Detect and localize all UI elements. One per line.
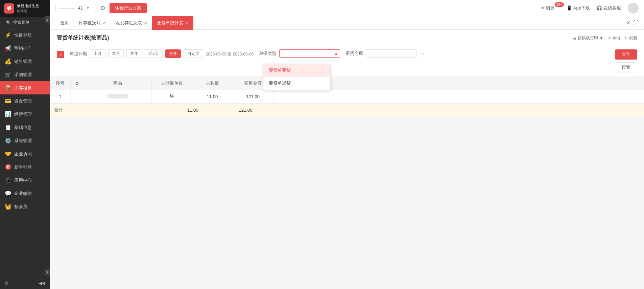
- sidebar-item-label: 系统管理: [14, 138, 45, 144]
- refresh-action[interactable]: ↻ 刷新: [624, 35, 637, 41]
- settings-bottom-icon: ⚙: [5, 281, 9, 286]
- more-btn[interactable]: 更多: [165, 49, 181, 58]
- table-footer: 合计 11.00 121.00: [50, 103, 644, 116]
- online-service-item[interactable]: 🎧 在线客服: [597, 5, 621, 11]
- tab-receivable-summary[interactable]: 收发存汇总表 ✕: [111, 16, 152, 30]
- sidebar-search[interactable]: 🔍 搜索菜单: [0, 17, 50, 28]
- tab-requisition-stats[interactable]: 要货单统计表 ✕: [152, 16, 193, 30]
- cell-extra: [273, 90, 644, 103]
- phone-icon: 📱: [567, 5, 572, 10]
- sidebar-item-quick-nav[interactable]: ⚡ 快捷导航: [0, 28, 50, 42]
- this-year-btn[interactable]: 本年: [126, 49, 142, 58]
- this-month-btn[interactable]: 本月: [108, 49, 124, 58]
- tab-batch-account-label: 库存批次账: [79, 20, 101, 26]
- dropdown-item-requisition-order[interactable]: 要货单要货: [263, 64, 330, 77]
- print-action[interactable]: 🖨 按模板打印 ▼: [572, 35, 603, 41]
- sidebar-item-enterprise[interactable]: 🤝 企业协同: [0, 147, 50, 160]
- col-quantity: 主数量: [192, 77, 233, 90]
- tab-close-all-icon[interactable]: ✕: [626, 20, 630, 26]
- export-action[interactable]: ↗ 导出: [607, 35, 620, 41]
- dropdown-arrow-icon: ▼: [86, 5, 90, 10]
- sidebar-item-appstore[interactable]: 📱 应用中心: [0, 174, 50, 187]
- sidebar-item-label: 新手引导: [14, 164, 45, 170]
- cell-product: [84, 90, 151, 103]
- logo-title: 畅捷通好生意: [17, 3, 39, 8]
- search-icon: 🔍: [6, 20, 11, 25]
- col-product: 商品: [84, 77, 151, 90]
- filter-actions: 查询 设置: [615, 49, 637, 72]
- date-range-buttons: 上月 本月 本年 近7天 更多 自定义: [90, 49, 203, 58]
- topbar-left: ———— 41 ▼ ⚙ 体验行业方案: [55, 3, 147, 13]
- sidebar-item-inventory[interactable]: 📦 库存核算: [0, 81, 50, 94]
- query-button[interactable]: 查询: [615, 49, 637, 60]
- messages-item[interactable]: ✉ 消息 99+: [541, 5, 560, 11]
- sidebar-item-member[interactable]: 👑 畅会员: [0, 200, 50, 213]
- cell-quantity: 11.00: [192, 90, 233, 103]
- user-avatar[interactable]: [628, 3, 639, 14]
- tab-batch-account[interactable]: 库存批次账 ✕: [74, 16, 111, 30]
- member-icon: 👑: [5, 203, 11, 210]
- sidebar-scroll-up[interactable]: ▲: [45, 16, 50, 23]
- sidebar-item-wechat[interactable]: 💬 企业微信: [0, 187, 50, 200]
- type-dropdown-icon[interactable]: ▲: [334, 51, 338, 56]
- basic-icon: 📋: [5, 124, 11, 131]
- warehouse-filter-group: 要货仓库 ···: [345, 49, 424, 58]
- sidebar-item-label: 库存核算: [14, 85, 45, 91]
- purchase-icon: 🛒: [5, 71, 11, 78]
- refresh-label: 刷新: [629, 35, 637, 41]
- sidebar-item-purchase[interactable]: 🛒 采购管理: [0, 68, 50, 81]
- print-label: 按模板打印: [578, 35, 598, 41]
- dropdown-item-requisition-return[interactable]: 要货单退货: [263, 77, 330, 90]
- filter-bar: » 单据日期 上月 本月 本年 近7天 更多 自定义 2023-05-06 至 …: [50, 45, 644, 77]
- last-month-btn[interactable]: 上月: [90, 49, 105, 58]
- tab-home[interactable]: 首页: [55, 16, 74, 30]
- topbar-settings-icon[interactable]: ⚙: [100, 4, 105, 12]
- enterprise-icon: 🤝: [5, 151, 11, 157]
- tab-batch-account-close[interactable]: ✕: [103, 21, 106, 25]
- cell-settings: [70, 90, 84, 103]
- expand-button[interactable]: »: [57, 51, 64, 58]
- sidebar-scroll-down[interactable]: ▼: [45, 269, 50, 275]
- table-header-row: 序号 ⚙ 商品 主计量单位 主数量 零售金额: [50, 77, 644, 90]
- sales-icon: 💰: [5, 58, 11, 65]
- app-download-item[interactable]: 📱 App下载: [567, 5, 590, 11]
- last-7-days-btn[interactable]: 近7天: [145, 49, 163, 58]
- messages-badge: 99+: [555, 2, 564, 7]
- sidebar-item-basic[interactable]: 📋 基础信息: [0, 121, 50, 134]
- sidebar-item-operations[interactable]: 📊 经营管理: [0, 108, 50, 121]
- warehouse-filter-label: 要货仓库: [345, 50, 363, 57]
- logo-icon: 畅: [4, 3, 14, 14]
- date-filter-group: 单据日期 上月 本月 本年 近7天 更多 自定义 2023-05-06 至 20…: [70, 49, 254, 58]
- table-settings-icon[interactable]: ⚙: [75, 81, 79, 86]
- warehouse-filter-input[interactable]: [366, 49, 416, 58]
- trial-button[interactable]: 体验行业方案: [110, 3, 147, 13]
- cell-unit: 块: [151, 90, 192, 103]
- sidebar-item-sales[interactable]: 💰 销售管理: [0, 55, 50, 68]
- col-settings[interactable]: ⚙: [70, 77, 84, 90]
- sidebar-item-finance[interactable]: 💳 资金管理: [0, 94, 50, 108]
- company-selector[interactable]: ———— 41 ▼: [55, 4, 96, 12]
- tab-receivable-summary-close[interactable]: ✕: [144, 21, 147, 25]
- data-table: 序号 ⚙ 商品 主计量单位 主数量 零售金额 1: [50, 77, 644, 103]
- company-selector-text: ————: [59, 6, 75, 10]
- tab-maximize-icon[interactable]: ⛶: [633, 20, 639, 26]
- main-content: ———— 41 ▼ ⚙ 体验行业方案 ✉ 消息 99+ 📱 App下载 🎧 在线…: [50, 0, 644, 289]
- table-row: 1 块 11.00 121.00: [50, 90, 644, 103]
- data-table-container: 序号 ⚙ 商品 主计量单位 主数量 零售金额 1: [50, 77, 644, 103]
- type-input-wrapper: ▲: [279, 49, 340, 58]
- sidebar-item-marketing[interactable]: 📢 营销推广: [0, 42, 50, 55]
- page-header: 要货单统计表(按商品) 🖨 按模板打印 ▼ ↗ 导出 ↻ 刷新: [50, 30, 644, 45]
- sidebar-logo: 畅 畅捷通好生意 标准版: [0, 0, 50, 17]
- tab-requisition-stats-close[interactable]: ✕: [185, 21, 188, 25]
- tab-requisition-stats-label: 要货单统计表: [157, 20, 183, 26]
- footer-quantity: 11.00: [187, 108, 198, 113]
- sidebar-item-system[interactable]: ⚙️ 系统管理: [0, 134, 50, 147]
- filter-more-icon[interactable]: ···: [419, 50, 424, 57]
- wechat-icon: 💬: [5, 190, 11, 197]
- sidebar-bottom[interactable]: ⚙ ◀◀: [0, 277, 50, 289]
- type-filter-input[interactable]: [279, 49, 340, 58]
- print-icon: 🖨: [572, 36, 576, 41]
- sidebar-item-beginner[interactable]: 🎯 新手引导: [0, 160, 50, 174]
- custom-btn[interactable]: 自定义: [184, 49, 203, 58]
- setup-button[interactable]: 设置: [615, 62, 637, 72]
